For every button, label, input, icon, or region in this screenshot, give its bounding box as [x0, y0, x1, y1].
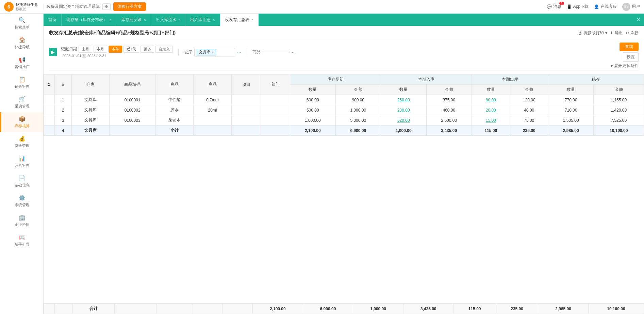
system-icon: ⚙️	[19, 195, 26, 201]
col-in-qty[interactable]: 230.00	[381, 105, 426, 115]
col-in-amt: 460.00	[426, 105, 472, 115]
col-in-header: 本期入库	[381, 75, 472, 85]
expand-label: 展开更多条件	[614, 63, 639, 69]
goods-tag-input[interactable]	[263, 51, 290, 53]
date-filter-label: 记账日期	[61, 46, 77, 52]
filter-collapse-btn[interactable]: ▶	[49, 48, 57, 56]
col-out-qty[interactable]: 80.00	[472, 95, 510, 105]
col-out-qty-link[interactable]: 15.00	[486, 118, 496, 123]
table-row: 4文具库小计2,100.006,900.001,000.003,435.0011…	[44, 126, 644, 136]
tab-in-out-summary[interactable]: 出入库汇总 ×	[185, 14, 220, 26]
date-btn-custom[interactable]: 自定义	[155, 46, 173, 53]
warehouse-more-btn[interactable]: ···	[237, 49, 241, 55]
col-settings-header[interactable]: ⚙	[44, 75, 55, 95]
col-balance-qty: 710.00	[548, 105, 593, 115]
app-download-button[interactable]: 📱 App下载	[567, 4, 589, 10]
export-icon: ⬆	[610, 31, 613, 35]
col-opening-header: 库存期初	[290, 75, 381, 85]
col-out-amt: 40.00	[510, 105, 548, 115]
sidebar-item-guide[interactable]: 📖 新手引导	[0, 231, 43, 250]
warehouse-tag-close[interactable]: ×	[212, 50, 214, 54]
col-warehouse: 文具库	[71, 105, 109, 115]
sidebar-item-search[interactable]: 🔍 搜索菜单	[0, 14, 43, 33]
tab-recv-send-summary[interactable]: 收发存汇总表 ×	[220, 14, 259, 26]
print-label: 拣顿版打印	[583, 30, 604, 36]
col-balance-amt-header: 金额	[594, 85, 644, 95]
tab-in-out-flow-close[interactable]: ×	[178, 18, 180, 22]
message-button[interactable]: 💬 消息 6	[547, 4, 561, 10]
sidebar-item-sales[interactable]: 📋 销售管理	[0, 73, 43, 93]
col-product-code-header: 商品编码	[109, 75, 155, 95]
date-btn-last-month[interactable]: 上月	[79, 46, 92, 53]
marketing-icon: 📢	[19, 56, 26, 63]
expand-filter-btn[interactable]: ▾ 展开更多条件	[611, 63, 639, 69]
date-range-display: 2023-01-01 至 2023-12-31	[62, 53, 173, 59]
filter-settings-button[interactable]: 设置	[623, 52, 639, 62]
col-out-qty[interactable]: 20.00	[472, 105, 510, 115]
system-settings-button[interactable]: ⚙	[102, 3, 111, 10]
sidebar-item-purchase[interactable]: 🛒 采购管理	[0, 93, 43, 112]
date-btn-more[interactable]: 更多	[141, 46, 154, 53]
print-button[interactable]: 🖨 拣顿版打印 ▾	[578, 30, 607, 36]
tab-in-out-summary-close[interactable]: ×	[213, 18, 215, 22]
user-label: 用户	[632, 4, 640, 10]
date-buttons-group: 上月 本月 本年 近7天 更多 自定义	[79, 46, 173, 53]
tab-batch-account-close[interactable]: ×	[144, 18, 146, 22]
tab-in-out-flow[interactable]: 出入库流水 ×	[151, 14, 185, 26]
online-service-button[interactable]: 👤 在线客服	[594, 4, 617, 10]
col-product-code: 0100001	[109, 95, 155, 105]
search-icon: 🔍	[19, 17, 26, 23]
col-spec	[193, 115, 231, 126]
col-out-qty-link[interactable]: 80.00	[486, 98, 496, 102]
col-out-qty[interactable]: 15.00	[472, 115, 510, 126]
col-balance-qty: 770.00	[548, 95, 593, 105]
col-opening-amt: 1,000.00	[335, 105, 381, 115]
col-out-qty-link[interactable]: 20.00	[486, 108, 496, 113]
col-product-name: 采访本	[155, 115, 193, 126]
sidebar-item-operation[interactable]: 📊 经营管理	[0, 152, 43, 171]
user-button[interactable]: Ea 用户	[622, 3, 640, 11]
col-out-qty: 115.00	[472, 126, 510, 136]
col-warehouse: 文具库	[71, 115, 109, 126]
trial-button[interactable]: 体验行业方案	[113, 2, 146, 11]
sidebar-item-system[interactable]: ⚙️ 系统管理	[0, 191, 43, 211]
col-in-qty[interactable]: 520.00	[381, 115, 426, 126]
col-settings-cell	[44, 126, 55, 136]
col-settings-cell	[44, 105, 55, 115]
sidebar-item-basic[interactable]: 📄 基础信息	[0, 171, 43, 191]
sidebar-item-marketing[interactable]: 📢 营销推广	[0, 53, 43, 73]
export-button[interactable]: ⬆ 导出	[610, 30, 623, 36]
app-download-label: App下载	[573, 4, 589, 10]
tab-recv-send-summary-close[interactable]: ×	[251, 18, 253, 22]
col-dept	[261, 115, 290, 126]
warehouse-tag-input[interactable]: 文具库 ×	[194, 48, 235, 56]
sidebar-item-inventory[interactable]: 📦 库存核算	[0, 112, 43, 132]
sidebar-item-enterprise[interactable]: 🏢 企业协同	[0, 211, 43, 231]
tab-home[interactable]: 首页	[44, 14, 62, 26]
col-in-qty[interactable]: 250.00	[381, 95, 426, 105]
sidebar-item-finance[interactable]: 💰 资金管理	[0, 132, 43, 152]
query-button[interactable]: 查询	[620, 43, 639, 51]
col-index: 3	[55, 115, 72, 126]
refresh-button[interactable]: ↻ 刷新	[626, 30, 639, 36]
date-btn-this-month[interactable]: 本月	[94, 46, 107, 53]
refresh-label: 刷新	[630, 30, 639, 36]
col-in-amt: 2,600.00	[426, 115, 472, 126]
print-chevron: ▾	[605, 31, 607, 35]
tab-bar-close[interactable]: ×	[637, 17, 640, 23]
tab-inventory-dist[interactable]: 现存量（库存分布表） ×	[62, 14, 116, 26]
sidebar-item-quicknav[interactable]: 🏠 快捷导航	[0, 33, 43, 53]
sidebar-label-enterprise: 企业协同	[15, 222, 30, 227]
col-index: 1	[55, 95, 72, 105]
col-in-qty-link[interactable]: 520.00	[397, 118, 410, 123]
tab-batch-account[interactable]: 库存批次账 ×	[116, 14, 151, 26]
date-btn-7days[interactable]: 近7天	[123, 46, 139, 53]
col-in-qty-link[interactable]: 250.00	[397, 98, 410, 102]
warehouse-tag-text: 文具库	[199, 50, 210, 55]
inventory-icon: 📦	[19, 116, 26, 122]
warehouse-tag: 文具库 ×	[197, 49, 216, 55]
tab-inventory-dist-close[interactable]: ×	[109, 18, 111, 22]
col-in-qty-link[interactable]: 230.00	[397, 108, 410, 113]
goods-more-btn[interactable]: ···	[292, 49, 296, 55]
date-btn-this-year[interactable]: 本年	[109, 46, 122, 53]
